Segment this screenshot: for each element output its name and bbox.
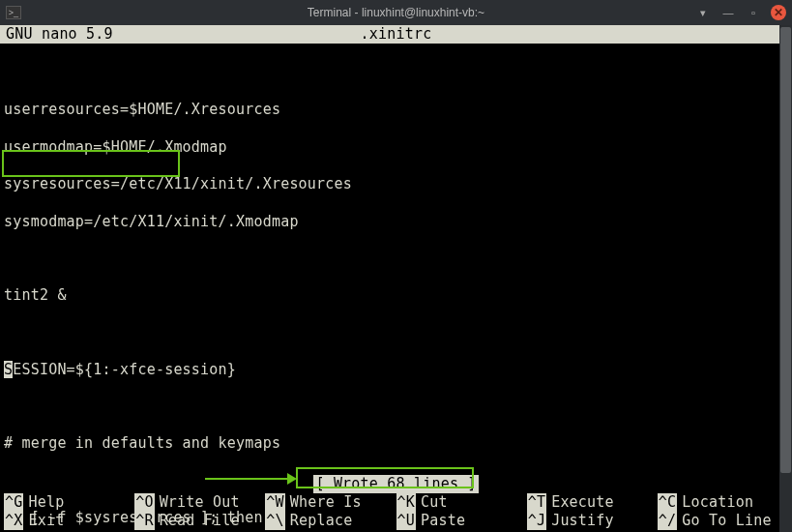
cursor: S <box>4 361 13 378</box>
window-title: Terminal - linuxhint@linuxhint-vb:~ <box>308 6 484 19</box>
editor-line: # merge in defaults and keymaps <box>4 434 788 453</box>
editor-line: sysmodmap=/etc/X11/xinit/.Xmodmap <box>4 213 788 231</box>
maximize-button[interactable]: ▫ <box>746 5 761 20</box>
shortcut-gotoline[interactable]: ^/Go To Line <box>658 512 788 530</box>
window-titlebar: >_ Terminal - linuxhint@linuxhint-vb:~ ▾… <box>0 0 792 25</box>
dropdown-button[interactable]: ▾ <box>695 5 711 20</box>
nano-app-name: GNU nano 5.9 <box>6 25 113 44</box>
editor-line: usermodmap=$HOME/.Xmodmap <box>4 138 788 157</box>
terminal-area[interactable]: GNU nano 5.9 .xinitrc userresources=$HOM… <box>0 25 792 532</box>
shortcut-location[interactable]: ^CLocation <box>658 493 788 512</box>
shortcut-readfile[interactable]: ^RRead File <box>134 512 265 530</box>
status-message: [ Wrote 68 lines ] <box>313 475 478 493</box>
scrollbar-thumb[interactable] <box>780 27 791 473</box>
editor-line <box>4 64 788 82</box>
editor-line <box>4 323 788 341</box>
shortcut-cut[interactable]: ^KCut <box>396 493 527 512</box>
scrollbar[interactable] <box>779 25 792 532</box>
status-row: [ Wrote 68 lines ] <box>0 475 792 493</box>
terminal-icon: >_ <box>6 6 21 19</box>
window-controls: ▾ — ▫ ✕ <box>695 5 786 20</box>
shortcut-writeout[interactable]: ^OWrite Out <box>134 493 265 512</box>
shortcut-justify[interactable]: ^JJustify <box>527 512 658 530</box>
shortcut-exit[interactable]: ^XExit <box>4 512 134 530</box>
shortcuts-row-1: ^GHelp ^OWrite Out ^WWhere Is ^KCut ^TEx… <box>4 493 788 512</box>
shortcut-replace[interactable]: ^\Replace <box>265 512 396 530</box>
shortcuts-row-2: ^XExit ^RRead File ^\Replace ^UPaste ^JJ… <box>4 512 788 530</box>
editor-line: userresources=$HOME/.Xresources <box>4 101 788 119</box>
nano-header: GNU nano 5.9 .xinitrc <box>0 25 792 44</box>
shortcut-paste[interactable]: ^UPaste <box>396 512 527 530</box>
shortcut-execute[interactable]: ^TExecute <box>527 493 658 512</box>
editor-line: sysresources=/etc/X11/xinit/.Xresources <box>4 175 788 193</box>
minimize-button[interactable]: — <box>720 5 736 20</box>
editor-line <box>4 250 788 268</box>
editor-line: SESSION=${1:-xfce-session} <box>4 361 788 379</box>
nano-filename: .xinitrc <box>361 25 432 44</box>
editor-line <box>4 398 788 416</box>
shortcut-help[interactable]: ^GHelp <box>4 493 134 512</box>
close-button[interactable]: ✕ <box>771 5 786 20</box>
shortcuts-bar: ^GHelp ^OWrite Out ^WWhere Is ^KCut ^TEx… <box>4 493 788 530</box>
editor-content[interactable]: userresources=$HOME/.Xresources usermodm… <box>0 44 792 532</box>
editor-line: tint2 & <box>4 286 788 305</box>
shortcut-whereis[interactable]: ^WWhere Is <box>265 493 396 512</box>
